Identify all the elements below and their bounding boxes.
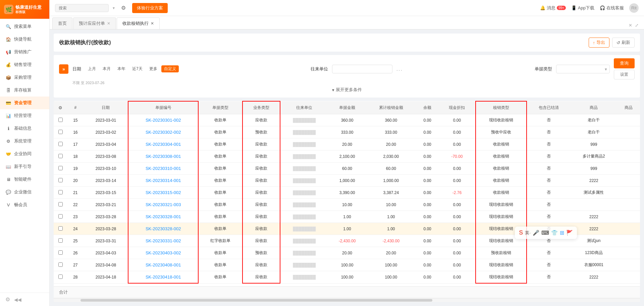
row-checkbox[interactable] [58, 142, 63, 146]
collapse-icon[interactable]: ◀◀ [14, 297, 21, 302]
docno-link[interactable]: SK-20230310-001 [146, 166, 181, 171]
messages-action[interactable]: 🔔 消息 99+ [540, 5, 566, 11]
cell-checkbox[interactable] [54, 175, 67, 187]
cell-docno[interactable]: SK-20230418-001 [128, 271, 198, 284]
sidebar-item-inventory[interactable]: 🗄库存核算 [0, 84, 49, 97]
refresh-button[interactable]: ↺ 刷新 [612, 38, 635, 48]
row-checkbox[interactable] [58, 130, 63, 134]
row-checkbox[interactable] [58, 226, 63, 231]
industry-solution-button[interactable]: 体验行业方案 [132, 3, 168, 13]
sidebar-item-finance[interactable]: 💳资金管理 [0, 97, 49, 109]
cell-docno[interactable]: SK-20230331-002 [128, 235, 198, 247]
row-checkbox[interactable] [58, 274, 63, 279]
horizontal-scrollbar[interactable] [54, 298, 640, 302]
cell-checkbox[interactable] [54, 187, 67, 199]
docno-link[interactable]: SK-20230331-002 [146, 238, 181, 243]
tab-home[interactable]: 首页 [52, 17, 72, 29]
more-filters-ellipsis[interactable]: ... [396, 66, 403, 72]
col-balance-header[interactable]: 余额 [416, 101, 439, 114]
cell-checkbox[interactable] [54, 114, 67, 126]
docno-link[interactable]: SK-20230314-001 [146, 178, 181, 183]
cell-checkbox[interactable] [54, 126, 67, 138]
col-goods2-header[interactable]: 商品 [617, 101, 640, 114]
row-checkbox[interactable] [58, 238, 63, 243]
tab-receipts[interactable]: 收款核销执行 ✕ [117, 17, 160, 29]
tab-close-payable-icon[interactable]: ✕ [107, 21, 110, 26]
filter-settings-button[interactable]: 设置 [614, 70, 635, 79]
settings-icon[interactable]: ⚙ [5, 296, 10, 303]
col-docamount-header[interactable]: 单据金额 [328, 101, 366, 114]
docno-link[interactable]: SK-20230321-003 [146, 202, 181, 207]
col-includesettled-header[interactable]: 包含已结清 [527, 101, 570, 114]
cell-docno[interactable]: SK-20230302-002 [128, 126, 198, 138]
sidebar-item-system[interactable]: ⚙系统管理 [0, 135, 49, 147]
cell-docno[interactable]: SK-20230304-001 [128, 138, 198, 150]
row-checkbox[interactable] [58, 214, 63, 219]
settings-gear-icon[interactable]: ⚙ [119, 3, 128, 13]
table-container[interactable]: ⚙ # 日期 单据编号 单据类型 业务类型 往来单位 单据金额 累计核销金额 余… [54, 101, 640, 286]
cell-docno[interactable]: SK-20230328-001 [128, 211, 198, 223]
docno-link[interactable]: SK-20230304-001 [146, 142, 181, 147]
expand-more-conditions[interactable]: ▾ 展开更多条件 [59, 85, 635, 94]
sidebar-item-purchase[interactable]: 📦采购管理 [0, 71, 49, 84]
cell-checkbox[interactable] [54, 223, 67, 235]
cell-docno[interactable]: SK-20230315-002 [128, 187, 198, 199]
row-checkbox[interactable] [58, 178, 63, 182]
cell-checkbox[interactable] [54, 271, 67, 284]
avatar[interactable]: Rit [629, 3, 639, 13]
tab-close-receipts-icon[interactable]: ✕ [151, 21, 154, 26]
date-opt-this-month[interactable]: 本月 [100, 65, 113, 73]
app-download-action[interactable]: 📱 App下载 [571, 5, 594, 11]
col-canceltype-header[interactable]: 核销类型 [476, 101, 527, 114]
cell-docno[interactable]: SK-20230314-001 [128, 175, 198, 187]
col-cashdiscount-header[interactable]: 现金折扣 [439, 101, 476, 114]
col-accumcancel-header[interactable]: 累计核销金额 [366, 101, 416, 114]
row-checkbox[interactable] [58, 202, 63, 206]
cell-checkbox[interactable] [54, 150, 67, 163]
row-checkbox[interactable] [58, 262, 63, 267]
export-button[interactable]: ↑ 导出 [589, 38, 610, 48]
cell-docno[interactable]: SK-20230321-003 [128, 199, 198, 211]
docno-link[interactable]: SK-20230328-001 [146, 214, 181, 219]
docno-link[interactable]: SK-20230408-001 [146, 262, 181, 267]
col-docno-header[interactable]: 单据编号 [128, 101, 198, 114]
col-doctype-header[interactable]: 单据类型 [198, 101, 243, 114]
row-checkbox[interactable] [58, 250, 63, 255]
scrollbar-thumb[interactable] [80, 299, 432, 302]
query-button[interactable]: 查询 [614, 58, 635, 68]
partner-filter-input[interactable] [332, 65, 392, 73]
docno-link[interactable]: SK-20230328-002 [146, 226, 181, 231]
col-date-header[interactable]: 日期 [84, 101, 128, 114]
sidebar-item-hardware[interactable]: 🖥智能硬件 [0, 173, 49, 186]
search-input[interactable] [55, 4, 109, 12]
sidebar-item-guide[interactable]: 📖新手引导 [0, 160, 49, 173]
col-settings-header[interactable]: ⚙ [54, 101, 67, 114]
sidebar-item-enterprise[interactable]: 🤝企业协同 [0, 147, 49, 160]
date-opt-this-year[interactable]: 本年 [115, 65, 128, 73]
date-opt-last-month[interactable]: 上月 [85, 65, 99, 73]
cell-checkbox[interactable] [54, 138, 67, 150]
cell-checkbox[interactable] [54, 235, 67, 247]
sidebar-item-search[interactable]: 🔍搜索菜单 [0, 20, 49, 33]
sidebar-item-sales[interactable]: 💰销售管理 [0, 58, 49, 71]
cell-docno[interactable]: SK-20230328-002 [128, 223, 198, 235]
cell-docno[interactable]: SK-20230301-002 [128, 114, 198, 126]
tab-payable[interactable]: 预计应应付单 ✕ [73, 17, 116, 29]
sidebar-item-marketing[interactable]: 📢营销推广 [0, 46, 49, 58]
online-service-action[interactable]: 🎧 在线客服 [600, 5, 624, 11]
sidebar-item-quick-nav[interactable]: 🏠快捷导航 [0, 33, 49, 46]
cell-checkbox[interactable] [54, 211, 67, 223]
col-goods-header[interactable]: 商品 [570, 101, 617, 114]
docno-link[interactable]: SK-20230302-002 [146, 130, 181, 135]
tab-close-all-icon[interactable]: ✕ [629, 23, 632, 28]
row-checkbox[interactable] [58, 154, 63, 158]
col-settings-icon[interactable]: ⚙ [58, 105, 62, 110]
filter-toggle-button[interactable]: » [59, 64, 68, 74]
row-checkbox[interactable] [58, 118, 63, 122]
docno-link[interactable]: SK-20230418-001 [146, 274, 181, 280]
doc-type-select[interactable] [556, 65, 610, 73]
sidebar-item-operations[interactable]: 📊经营管理 [0, 109, 49, 122]
cell-checkbox[interactable] [54, 259, 67, 271]
row-checkbox[interactable] [58, 190, 63, 194]
cell-checkbox[interactable] [54, 163, 67, 175]
